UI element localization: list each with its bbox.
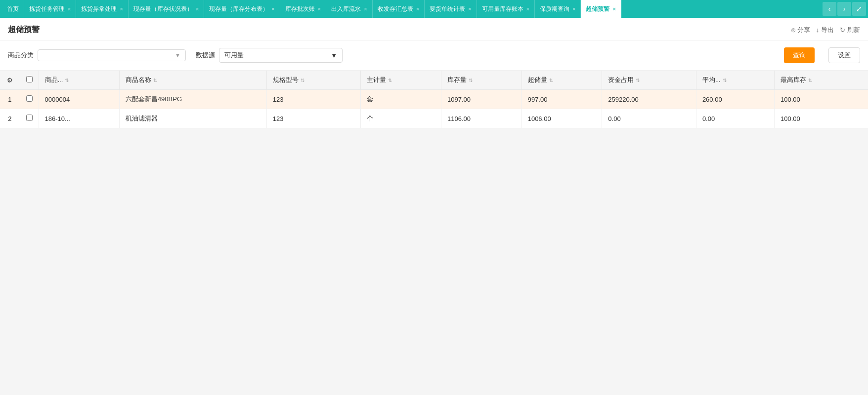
datasource-label: 数据源 [196, 51, 215, 60]
sort-icon: ⇅ [469, 78, 473, 83]
filter-area: 商品分类 ▼ 数据源 可用量 ▼ 查询 设置 [0, 40, 868, 71]
nav-tab-pick-task[interactable]: 拣货任务管理 × [24, 0, 76, 18]
close-icon[interactable]: × [271, 6, 274, 12]
nav-tab-stock-dist[interactable]: 现存量（库存分布表） × [204, 0, 280, 18]
row-avg: 260.00 [696, 90, 774, 109]
th-spec[interactable]: 规格型号 ⇅ [266, 71, 361, 90]
gear-icon[interactable]: ⚙ [7, 77, 13, 84]
page-title: 超储预警 [8, 25, 40, 35]
datasource-value: 可用量 [224, 51, 244, 60]
row-sku-code: 0000004 [39, 90, 119, 109]
nav-tab-pick-exception[interactable]: 拣货异常处理 × [76, 0, 128, 18]
export-icon: ↓ [816, 26, 820, 34]
table-row: 1 0000004 六配套新昌490BPG 123 套 1097.00 997.… [0, 90, 868, 109]
close-icon[interactable]: × [572, 6, 575, 12]
table-row: 2 186-10... 机油滤清器 123 个 1106.00 1006.00 … [0, 109, 868, 128]
row-unit: 套 [361, 90, 441, 109]
row-gear-cell: 1 [0, 90, 20, 109]
top-navigation: 首页 拣货任务管理 × 拣货异常处理 × 现存量（库存状况表） × 现存量（库存… [0, 0, 868, 18]
row-checkbox[interactable] [26, 95, 33, 102]
sort-icon: ⇅ [388, 78, 392, 83]
close-icon[interactable]: × [68, 6, 71, 12]
page-container: 超储预警 ⎋ 分享 ↓ 导出 ↻ 刷新 商品分类 ▼ 数据源 [0, 18, 868, 128]
sort-icon: ⇅ [549, 78, 553, 83]
row-capital: 0.00 [602, 109, 696, 128]
close-icon[interactable]: × [364, 6, 367, 12]
sort-icon: ⇅ [153, 78, 157, 83]
data-table: ⚙ 商品... ⇅ 商品名称 ⇅ [0, 71, 868, 128]
th-max-stock[interactable]: 最高库存 ⇅ [774, 71, 868, 90]
refresh-icon: ↻ [840, 26, 845, 34]
row-stock: 1097.00 [441, 90, 521, 109]
row-over-stock: 1006.00 [521, 109, 602, 128]
table-container: ⚙ 商品... ⇅ 商品名称 ⇅ [0, 71, 868, 128]
table-header-row: ⚙ 商品... ⇅ 商品名称 ⇅ [0, 71, 868, 90]
datasource-select[interactable]: 可用量 ▼ [219, 48, 343, 63]
row-checkbox-cell[interactable] [20, 109, 39, 128]
chevron-down-icon: ▼ [175, 52, 180, 58]
close-icon[interactable]: × [120, 6, 123, 12]
row-sku-name: 六配套新昌490BPG [119, 90, 266, 109]
row-sku-name: 机油滤清器 [119, 109, 266, 128]
row-checkbox[interactable] [26, 115, 33, 121]
close-icon[interactable]: × [318, 6, 321, 12]
sort-icon: ⇅ [301, 78, 304, 83]
th-sku-name[interactable]: 商品名称 ⇅ [119, 71, 266, 90]
category-select[interactable]: ▼ [38, 49, 186, 61]
share-icon: ⎋ [791, 26, 795, 34]
row-max-stock: 100.00 [774, 90, 868, 109]
sort-icon: ⇅ [808, 78, 812, 83]
nav-expand-button[interactable]: ⤢ [852, 2, 866, 16]
th-checkbox [20, 71, 39, 90]
category-label: 商品分类 [8, 51, 34, 60]
close-icon[interactable]: × [196, 6, 199, 12]
row-checkbox-cell[interactable] [20, 90, 39, 109]
page-header: 超储预警 ⎋ 分享 ↓ 导出 ↻ 刷新 [0, 18, 868, 40]
row-max-stock: 100.00 [774, 109, 868, 128]
sort-icon: ⇅ [636, 78, 640, 83]
nav-prev-button[interactable]: ‹ [823, 2, 836, 16]
row-gear-cell: 2 [0, 109, 20, 128]
row-avg: 0.00 [696, 109, 774, 128]
header-actions: ⎋ 分享 ↓ 导出 ↻ 刷新 [791, 26, 861, 35]
row-spec: 123 [266, 90, 361, 109]
sort-icon: ⇅ [723, 78, 727, 83]
th-sku-code[interactable]: 商品... ⇅ [39, 71, 119, 90]
export-button[interactable]: ↓ 导出 [816, 26, 834, 35]
th-over-stock[interactable]: 超储量 ⇅ [521, 71, 602, 90]
nav-tab-expiry[interactable]: 保质期查询 × [535, 0, 581, 18]
th-gear: ⚙ [0, 71, 20, 90]
close-icon[interactable]: × [526, 6, 529, 12]
query-button[interactable]: 查询 [784, 47, 815, 63]
nav-tab-summary[interactable]: 收发存汇总表 × [373, 0, 425, 18]
category-filter: 商品分类 ▼ [8, 49, 186, 61]
datasource-filter: 数据源 可用量 ▼ [196, 48, 343, 63]
nav-tab-overstock[interactable]: 超储预警 × [581, 0, 621, 18]
close-icon[interactable]: × [468, 6, 471, 12]
th-capital[interactable]: 资金占用 ⇅ [602, 71, 696, 90]
row-capital: 259220.00 [602, 90, 696, 109]
row-spec: 123 [266, 109, 361, 128]
chevron-down-icon: ▼ [331, 52, 337, 59]
nav-tab-home[interactable]: 首页 [2, 0, 24, 18]
sort-icon: ⇅ [65, 78, 69, 83]
share-button[interactable]: ⎋ 分享 [791, 26, 810, 35]
table-body: 1 0000004 六配套新昌490BPG 123 套 1097.00 997.… [0, 90, 868, 128]
th-avg[interactable]: 平均... ⇅ [696, 71, 774, 90]
select-all-checkbox[interactable] [26, 76, 33, 82]
refresh-button[interactable]: ↻ 刷新 [840, 26, 860, 35]
nav-tab-batch[interactable]: 库存批次账 × [280, 0, 326, 18]
row-sku-code: 186-10... [39, 109, 119, 128]
row-stock: 1106.00 [441, 109, 521, 128]
row-over-stock: 997.00 [521, 90, 602, 109]
nav-tab-available[interactable]: 可用量库存账本 × [477, 0, 535, 18]
th-stock[interactable]: 库存量 ⇅ [441, 71, 521, 90]
nav-tab-inout[interactable]: 出入库流水 × [326, 0, 372, 18]
nav-tab-stock-status[interactable]: 现存量（库存状况表） × [129, 0, 204, 18]
nav-next-button[interactable]: › [837, 2, 851, 16]
close-icon[interactable]: × [612, 6, 615, 12]
th-unit[interactable]: 主计量 ⇅ [361, 71, 441, 90]
close-icon[interactable]: × [416, 6, 419, 12]
setting-button[interactable]: 设置 [828, 47, 860, 63]
nav-tab-order-stats[interactable]: 要货单统计表 × [425, 0, 477, 18]
